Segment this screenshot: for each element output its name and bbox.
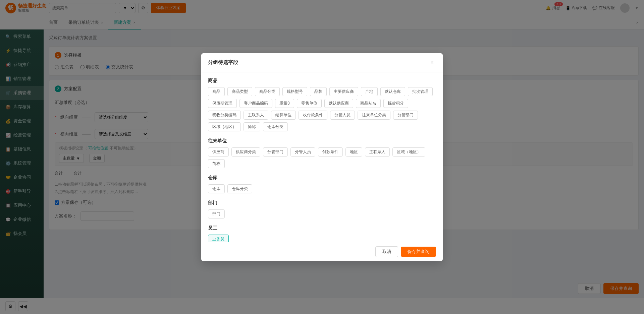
section-counterparty: 往来单位 供应商 供应商分类 分管部门 分管人员 付款条件 地区 主联系人 区域…	[208, 138, 436, 168]
section-counterparty-tags: 供应商 供应商分类 分管部门 分管人员 付款条件 地区 主联系人 区域（地区） …	[208, 147, 436, 168]
field-tag-c-contact[interactable]: 主联系人	[365, 147, 390, 156]
field-tag-spec[interactable]: 规格型号	[282, 87, 307, 96]
modal-header: 分组待选字段 ×	[201, 53, 443, 72]
field-tag-warehouse-category[interactable]: 仓库分类	[263, 122, 288, 131]
section-counterparty-title: 往来单位	[208, 138, 436, 144]
field-tag-shelf-life[interactable]: 保质期管理	[208, 99, 237, 108]
field-tag-default-warehouse[interactable]: 默认仓库	[380, 87, 405, 96]
section-department: 部门 部门	[208, 200, 436, 218]
field-tag-product-category[interactable]: 商品分类	[255, 87, 280, 96]
field-tag-c-area[interactable]: 区域（地区）	[392, 147, 425, 156]
section-product-tags: 商品 商品类型 商品分类 规格型号 品牌 主要供应商 产地 默认仓库 批次管理 …	[208, 87, 436, 131]
modal-action-bar: 取消 保存并查询	[201, 242, 443, 261]
field-tag-customer-code[interactable]: 客户商品编码	[239, 99, 272, 108]
section-employee-tags: 业务员	[208, 235, 436, 242]
field-tag-main-supplier[interactable]: 主要供应商	[329, 87, 358, 96]
field-tag-warehouse-cat[interactable]: 仓库分类	[227, 184, 252, 193]
field-tag-supplier[interactable]: 供应商	[208, 147, 229, 156]
section-product: 商品 商品 商品类型 商品分类 规格型号 品牌 主要供应商 产地 默认仓库 批次…	[208, 78, 436, 131]
field-tag-warehouse[interactable]: 仓库	[208, 184, 225, 193]
field-tag-c-short-name[interactable]: 简称	[208, 159, 225, 168]
field-tag-brand[interactable]: 品牌	[310, 87, 327, 96]
field-tag-counterparty-category[interactable]: 往来单位分类	[358, 111, 390, 120]
modal-close-button[interactable]: ×	[428, 59, 436, 67]
section-employee: 员工 业务员	[208, 225, 436, 242]
field-tag-main-contact[interactable]: 主联系人	[244, 111, 268, 120]
field-tag-salesperson[interactable]: 业务员	[208, 235, 229, 242]
field-tag-alias[interactable]: 商品别名	[356, 99, 381, 108]
section-warehouse: 仓库 仓库 仓库分类	[208, 175, 436, 193]
field-tag-c-payment[interactable]: 付款条件	[318, 147, 343, 156]
field-tag-department[interactable]: 部门	[208, 209, 225, 218]
field-tag-default-supplier[interactable]: 默认供应商	[324, 99, 353, 108]
field-tag-c-dept[interactable]: 分管部门	[263, 147, 288, 156]
field-tag-c-supervisor[interactable]: 分管人员	[290, 147, 315, 156]
modal-title: 分组待选字段	[208, 59, 238, 66]
field-tag-supplier-category[interactable]: 供应商分类	[231, 147, 260, 156]
section-department-title: 部门	[208, 200, 436, 206]
modal-dialog: 分组待选字段 × 商品 商品 商品类型 商品分类 规格型号 品牌 主要供应商 产…	[201, 53, 443, 261]
modal-body[interactable]: 商品 商品 商品类型 商品分类 规格型号 品牌 主要供应商 产地 默认仓库 批次…	[201, 72, 443, 242]
field-tag-batch[interactable]: 批次管理	[408, 87, 433, 96]
field-tag-dept[interactable]: 分管部门	[393, 111, 418, 120]
field-tag-supervisor[interactable]: 分管人员	[330, 111, 355, 120]
field-tag-origin[interactable]: 产地	[361, 87, 378, 96]
section-product-title: 商品	[208, 78, 436, 84]
field-tag-c-region[interactable]: 地区	[345, 147, 362, 156]
field-tag-weight3[interactable]: 重量3	[275, 99, 294, 108]
modal-overlay: 分组待选字段 × 商品 商品 商品类型 商品分类 规格型号 品牌 主要供应商 产…	[0, 0, 644, 298]
field-tag-payment-terms[interactable]: 收付款条件	[299, 111, 327, 120]
field-tag-pick-score[interactable]: 拣货积分	[383, 99, 408, 108]
field-tag-short-name[interactable]: 简称	[244, 122, 260, 131]
section-warehouse-tags: 仓库 仓库分类	[208, 184, 436, 193]
section-warehouse-title: 仓库	[208, 175, 436, 181]
field-tag-settlement-unit[interactable]: 结算单位	[271, 111, 296, 120]
section-employee-title: 员工	[208, 225, 436, 231]
section-department-tags: 部门	[208, 209, 436, 218]
field-tag-retail-unit[interactable]: 零售单位	[297, 99, 322, 108]
modal-confirm-button[interactable]: 保存并查询	[401, 247, 436, 257]
field-tag-region[interactable]: 区域（地区）	[208, 122, 241, 131]
field-tag-tax-code[interactable]: 税收分类编码	[208, 111, 241, 120]
field-tag-product[interactable]: 商品	[208, 87, 225, 96]
modal-cancel-button[interactable]: 取消	[375, 246, 398, 257]
field-tag-product-type[interactable]: 商品类型	[227, 87, 252, 96]
